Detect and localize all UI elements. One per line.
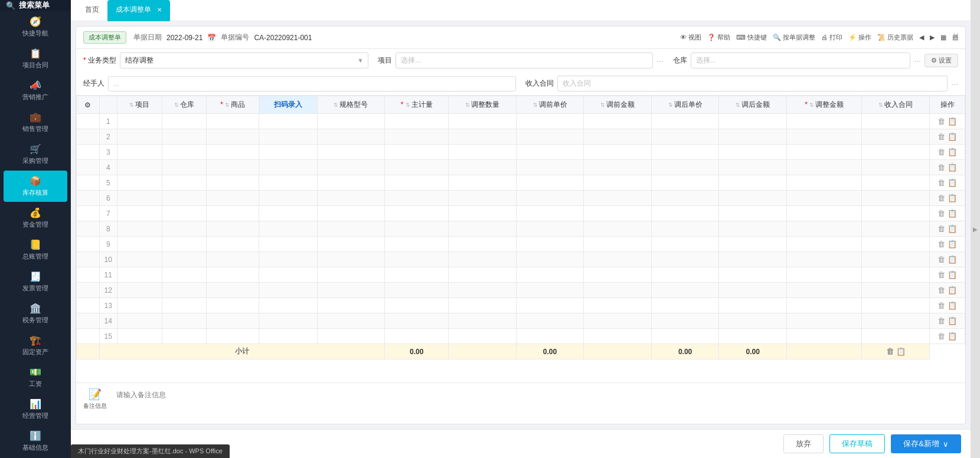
notes-input[interactable] (114, 388, 958, 409)
row-income-contract-2[interactable] (862, 129, 930, 145)
row-unit-9[interactable] (385, 237, 449, 252)
row-product-12[interactable] (207, 283, 259, 298)
row-unit-4[interactable] (385, 160, 449, 175)
row-prev-unit-price-2[interactable] (516, 129, 584, 145)
row-project-9[interactable] (117, 237, 162, 252)
sidebar-item-marketing[interactable]: 📣营销推广 (4, 75, 67, 106)
row-after-unit-price-14[interactable] (651, 313, 719, 329)
row-project-4[interactable] (117, 160, 162, 175)
row-prev-amount-7[interactable] (584, 206, 652, 221)
row-adjust-amount-10[interactable] (786, 252, 861, 267)
row-prev-amount-9[interactable] (584, 237, 652, 252)
history-action[interactable]: 📜 历史票据 (877, 33, 913, 42)
row-product-11[interactable] (207, 267, 259, 283)
row-income-contract-8[interactable] (862, 221, 930, 237)
row-delete-icon-14[interactable]: 🗑 (937, 316, 945, 325)
sidebar-item-operations[interactable]: 📊经营管理 (4, 394, 67, 425)
row-delete-icon-15[interactable]: 🗑 (937, 332, 945, 341)
row-copy-icon-12[interactable]: 📋 (948, 286, 957, 295)
row-project-13[interactable] (117, 298, 162, 313)
row-after-unit-price-4[interactable] (651, 160, 719, 175)
row-after-amount-4[interactable] (719, 160, 787, 175)
row-copy-icon-14[interactable]: 📋 (948, 316, 957, 325)
row-scan-8[interactable] (259, 221, 317, 237)
save-draft-button[interactable]: 保存草稿 (829, 434, 885, 453)
row-warehouse-13[interactable] (162, 298, 207, 313)
row-copy-icon-5[interactable]: 📋 (948, 178, 957, 187)
calendar-icon[interactable]: 📅 (207, 34, 216, 42)
row-prev-amount-4[interactable] (584, 160, 652, 175)
row-product-6[interactable] (207, 191, 259, 206)
row-adjust-amount-1[interactable] (786, 114, 861, 129)
row-product-10[interactable] (207, 252, 259, 267)
row-income-contract-7[interactable] (862, 206, 930, 221)
row-prev-amount-10[interactable] (584, 252, 652, 267)
doc-close-button[interactable]: ✕ (952, 31, 959, 41)
row-unit-2[interactable] (385, 129, 449, 145)
row-prev-unit-price-10[interactable] (516, 252, 584, 267)
row-scan-5[interactable] (259, 175, 317, 191)
row-spec-7[interactable] (317, 206, 385, 221)
row-adjust-qty-5[interactable] (449, 175, 517, 191)
row-after-unit-price-11[interactable] (651, 267, 719, 283)
row-product-9[interactable] (207, 237, 259, 252)
row-adjust-amount-12[interactable] (786, 283, 861, 298)
row-after-amount-5[interactable] (719, 175, 787, 191)
row-after-unit-price-15[interactable] (651, 329, 719, 344)
row-spec-1[interactable] (317, 114, 385, 129)
row-prev-unit-price-1[interactable] (516, 114, 584, 129)
row-delete-icon-8[interactable]: 🗑 (937, 224, 945, 233)
row-adjust-qty-13[interactable] (449, 298, 517, 313)
row-adjust-amount-3[interactable] (786, 145, 861, 160)
row-project-7[interactable] (117, 206, 162, 221)
row-spec-10[interactable] (317, 252, 385, 267)
row-project-2[interactable] (117, 129, 162, 145)
row-delete-icon-11[interactable]: 🗑 (937, 270, 945, 279)
row-prev-amount-12[interactable] (584, 283, 652, 298)
row-after-unit-price-12[interactable] (651, 283, 719, 298)
row-prev-amount-6[interactable] (584, 191, 652, 206)
row-income-contract-14[interactable] (862, 313, 930, 329)
row-prev-amount-1[interactable] (584, 114, 652, 129)
row-product-14[interactable] (207, 313, 259, 329)
project-value[interactable]: 选择... (396, 53, 653, 68)
row-scan-4[interactable] (259, 160, 317, 175)
row-scan-14[interactable] (259, 313, 317, 329)
row-warehouse-6[interactable] (162, 191, 207, 206)
row-adjust-qty-7[interactable] (449, 206, 517, 221)
row-spec-14[interactable] (317, 313, 385, 329)
row-scan-3[interactable] (259, 145, 317, 160)
row-prev-unit-price-3[interactable] (516, 145, 584, 160)
row-after-amount-9[interactable] (719, 237, 787, 252)
row-adjust-amount-5[interactable] (786, 175, 861, 191)
row-delete-icon-2[interactable]: 🗑 (937, 132, 945, 141)
print-action[interactable]: 🖨 打印 (821, 33, 842, 42)
row-warehouse-15[interactable] (162, 329, 207, 344)
row-adjust-qty-3[interactable] (449, 145, 517, 160)
income-contract-dots-button[interactable]: ··· (951, 79, 958, 89)
row-delete-icon-4[interactable]: 🗑 (937, 163, 945, 172)
row-scan-9[interactable] (259, 237, 317, 252)
sidebar-item-invoice[interactable]: 🧾发票管理 (4, 266, 67, 297)
row-copy-icon-9[interactable]: 📋 (948, 240, 957, 248)
sidebar-item-fixed-assets[interactable]: 🏗️固定资产 (4, 330, 67, 361)
project-dots-button[interactable]: ··· (656, 56, 664, 66)
row-warehouse-7[interactable] (162, 206, 207, 221)
row-adjust-qty-12[interactable] (449, 283, 517, 298)
row-after-amount-7[interactable] (719, 206, 787, 221)
row-project-5[interactable] (117, 175, 162, 191)
taskbar-item[interactable]: 木门行业好业财处理方案-墨红红.doc - WPS Office (71, 444, 230, 458)
row-copy-icon-2[interactable]: 📋 (948, 132, 957, 141)
row-income-contract-3[interactable] (862, 145, 930, 160)
row-income-contract-15[interactable] (862, 329, 930, 344)
row-copy-icon-7[interactable]: 📋 (948, 209, 957, 218)
row-prev-unit-price-15[interactable] (516, 329, 584, 344)
row-after-unit-price-3[interactable] (651, 145, 719, 160)
row-unit-13[interactable] (385, 298, 449, 313)
sidebar-item-basic-info[interactable]: ℹ️基础信息 (4, 426, 67, 457)
row-warehouse-4[interactable] (162, 160, 207, 175)
row-prev-unit-price-12[interactable] (516, 283, 584, 298)
row-warehouse-3[interactable] (162, 145, 207, 160)
row-adjust-qty-15[interactable] (449, 329, 517, 344)
row-after-amount-13[interactable] (719, 298, 787, 313)
